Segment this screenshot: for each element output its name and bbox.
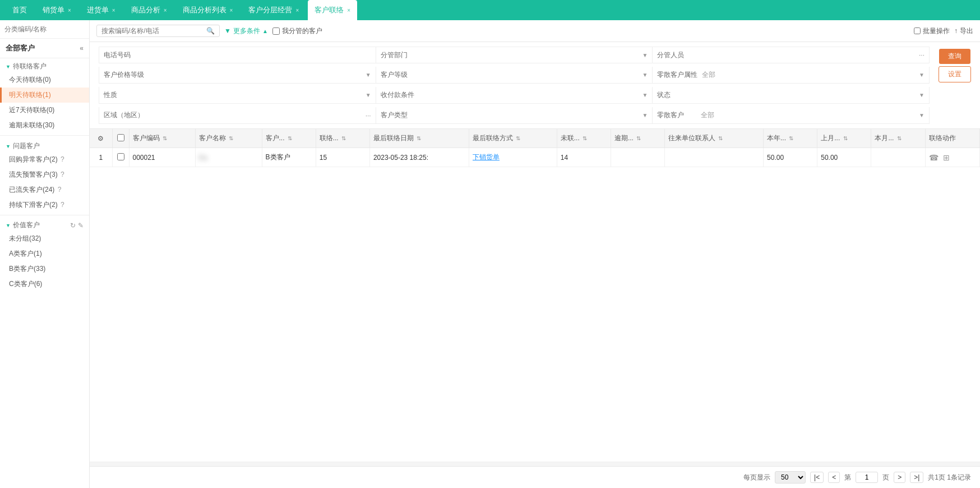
sidebar-search-input[interactable] xyxy=(4,25,89,33)
sidebar-item-declining[interactable]: 持续下滑客户(2) ? xyxy=(0,197,89,213)
prev-page-button[interactable]: < xyxy=(828,472,840,483)
col-overdue: 逾期... ⇅ xyxy=(611,129,664,148)
filter-person-select[interactable]: ··· xyxy=(701,51,924,59)
nav-sales[interactable]: 销货单 × xyxy=(36,0,78,20)
filter-dept-select[interactable]: ▼ xyxy=(424,52,648,58)
settings-icon[interactable]: ⚙ xyxy=(98,135,104,142)
sidebar-all-customers[interactable]: 全部客户 « xyxy=(0,39,89,58)
next-page-button[interactable]: > xyxy=(894,472,905,483)
grid-action-icon[interactable]: ⊞ xyxy=(943,153,950,162)
sidebar-item-repurchase[interactable]: 回购异常客户(2) ? xyxy=(0,152,89,167)
nav-customer-tier[interactable]: 客户分层经营 × xyxy=(242,0,306,20)
sort-count-icon[interactable]: ⇅ xyxy=(341,135,346,141)
filter-status-select[interactable]: ▼ xyxy=(701,92,924,98)
sidebar-item-today[interactable]: 今天待联络(0) xyxy=(0,72,89,88)
batch-operation-button[interactable]: 批量操作 xyxy=(914,26,950,36)
sidebar-collapse-icon[interactable]: « xyxy=(80,44,84,52)
export-button[interactable]: ↑ 导出 xyxy=(954,26,973,36)
sidebar-edit-icon[interactable]: ✎ xyxy=(78,222,84,229)
my-customers-checkbox[interactable] xyxy=(272,27,280,35)
nav-home[interactable]: 首页 xyxy=(6,0,34,20)
nav-customer-contact[interactable]: 客户联络 × xyxy=(308,0,357,20)
sidebar-item-ungroup[interactable]: 未分组(32) xyxy=(0,231,89,246)
sort-lastmonth-icon[interactable]: ⇅ xyxy=(843,135,848,141)
sort-date-icon[interactable]: ⇅ xyxy=(417,135,421,141)
filter-phone-input[interactable] xyxy=(147,51,371,59)
my-customers-checkbox-label[interactable]: 我分管的客户 xyxy=(272,26,322,36)
sort-thisyear-icon[interactable]: ⇅ xyxy=(789,135,793,141)
row-checkbox[interactable] xyxy=(117,153,124,160)
filter-nature-select[interactable]: ▼ xyxy=(147,92,371,98)
sort-name-icon[interactable]: ⇅ xyxy=(229,135,233,141)
close-product-list-icon[interactable]: × xyxy=(230,7,233,13)
col-this-month: 本月... ⇅ xyxy=(871,129,925,148)
sidebar-item-7days[interactable]: 近7天待联络(0) xyxy=(0,103,89,118)
cell-checkbox[interactable] xyxy=(112,148,129,167)
sidebar-item-lost[interactable]: 已流失客户(24) ? xyxy=(0,182,89,197)
filter-price-grade: 客户价格等级 ▼ xyxy=(99,67,376,84)
filter-price-grade-select[interactable]: ▼ xyxy=(149,72,371,78)
sidebar-group-problem[interactable]: 问题客户 xyxy=(0,138,89,152)
per-page-select[interactable]: 50 100 200 xyxy=(775,471,806,484)
col-last-month: 上月... ⇅ xyxy=(817,129,871,148)
toolbar-search-icon[interactable]: 🔍 xyxy=(206,27,215,35)
filter-payment-select[interactable]: ▼ xyxy=(424,92,648,98)
close-customer-tier-icon[interactable]: × xyxy=(295,7,299,13)
close-sales-icon[interactable]: × xyxy=(68,7,71,13)
cell-last-method[interactable]: 下销货单 xyxy=(469,148,557,167)
select-all-checkbox[interactable] xyxy=(117,134,124,141)
sort-nocontact-icon[interactable]: ⇅ xyxy=(583,135,587,141)
last-method-link[interactable]: 下销货单 xyxy=(473,153,500,161)
col-checkbox[interactable] xyxy=(112,129,129,148)
export-icon: ↑ xyxy=(954,27,958,35)
close-purchase-icon[interactable]: × xyxy=(112,7,115,13)
sidebar-item-ctype[interactable]: C类客户(6) xyxy=(0,277,89,292)
phone-action-icon[interactable]: ☎ xyxy=(929,153,939,162)
sidebar-group-value[interactable]: 价值客户 xyxy=(6,220,40,230)
page-input[interactable] xyxy=(856,472,878,483)
filter-customer-type-select[interactable]: ▼ xyxy=(424,112,648,118)
filter-person-dots[interactable]: ··· xyxy=(919,51,924,59)
filter-retail-attr: 零散客户属性 全部 ▼ xyxy=(653,67,930,84)
query-button[interactable]: 查询 xyxy=(939,49,970,64)
sidebar-item-lostwarning[interactable]: 流失预警客户(3) ? xyxy=(0,167,89,182)
close-customer-contact-icon[interactable]: × xyxy=(347,7,350,13)
sort-code-icon[interactable]: ⇅ xyxy=(163,135,167,141)
sort-person-icon[interactable]: ⇅ xyxy=(718,135,723,141)
filter-customer-grade-select[interactable]: ▼ xyxy=(424,72,648,78)
sidebar-item-tomorrow[interactable]: 明天待联络(1) xyxy=(0,88,89,103)
close-product-analysis-icon[interactable]: × xyxy=(164,7,167,13)
col-settings[interactable]: ⚙ xyxy=(90,129,112,148)
filter-status-arrow: ▼ xyxy=(919,92,924,98)
first-page-button[interactable]: |< xyxy=(810,472,824,483)
cell-num: 1 xyxy=(90,148,112,167)
filter-nature-arrow: ▼ xyxy=(366,92,371,98)
filter-region-dots[interactable]: ··· xyxy=(366,112,371,119)
sidebar-item-overdue[interactable]: 逾期未联络(30) xyxy=(0,118,89,133)
filter-customer-grade-label: 客户等级 xyxy=(381,70,420,80)
sort-overdue-icon[interactable]: ⇅ xyxy=(636,135,641,141)
col-this-year: 本年... ⇅ xyxy=(764,129,817,148)
last-page-button[interactable]: >| xyxy=(910,472,923,483)
more-filter-button[interactable]: ▼ 更多条件 ▲ xyxy=(224,26,268,36)
filter-retail-customer-select[interactable]: 全部 ▼ xyxy=(701,111,924,120)
sidebar-refresh-icon[interactable]: ↻ xyxy=(70,222,76,229)
col-customer-name: 客户名称 ⇅ xyxy=(196,129,262,148)
sort-method-icon[interactable]: ⇅ xyxy=(516,135,520,141)
nav-product-list[interactable]: 商品分析列表 × xyxy=(176,0,240,20)
nav-product-analysis[interactable]: 商品分析 × xyxy=(124,0,174,20)
sort-type-icon[interactable]: ⇅ xyxy=(288,135,292,141)
set-button[interactable]: 设置 xyxy=(939,66,971,82)
horizontal-scrollbar[interactable] xyxy=(90,462,980,466)
sidebar-item-atype[interactable]: A类客户(1) xyxy=(0,246,89,261)
batch-checkbox[interactable] xyxy=(914,27,921,34)
sort-thismonth-icon[interactable]: ⇅ xyxy=(897,135,902,141)
toolbar-search-input[interactable] xyxy=(101,27,206,35)
filter-region-label: 区域（地区） xyxy=(104,111,144,120)
nav-purchase[interactable]: 进货单 × xyxy=(80,0,122,20)
cell-actions: ☎ ⊞ xyxy=(925,148,979,167)
filter-region-select[interactable]: ··· xyxy=(149,112,371,119)
filter-retail-attr-select[interactable]: 全部 ▼ xyxy=(702,70,924,80)
sidebar-item-btype[interactable]: B类客户(33) xyxy=(0,261,89,277)
sidebar-group-pending[interactable]: 待联络客户 xyxy=(0,58,89,72)
